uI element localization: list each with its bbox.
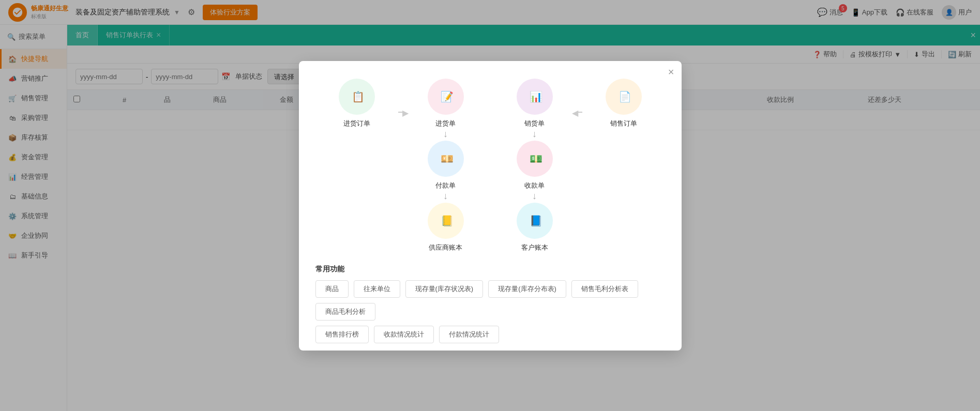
modal-overlay[interactable]: × 📋 进货订单 ▶ xyxy=(0,0,980,411)
flow-col-sales-order: 📄 销售订单 xyxy=(582,79,665,128)
arrow-left-1: ◀ xyxy=(576,94,582,113)
svg-text:📊: 📊 xyxy=(530,90,542,103)
customer-ledger-icon: 📘 xyxy=(517,203,553,239)
payment-label: 付款单 xyxy=(435,181,456,190)
sales-order-label: 销售订单 xyxy=(610,119,637,128)
cf-buttons-2: 销售排行榜 收款情况统计 付款情况统计 xyxy=(315,326,665,343)
svg-text:📒: 📒 xyxy=(441,215,454,227)
arrow-right-1: ▶ xyxy=(398,94,404,113)
sales-order-icon: 📄 xyxy=(606,79,642,115)
flow-col-purchase-bill: 📝 进货单 xyxy=(404,79,487,128)
supplier-ledger-icon: 📒 xyxy=(428,203,464,239)
purchase-bill-label: 进货单 xyxy=(435,119,456,128)
flow-col-purchase-order: 📋 进货订单 xyxy=(315,79,398,128)
cf-btn-payment-stats[interactable]: 付款情况统计 xyxy=(439,326,499,343)
cf-btn-goods-profit[interactable]: 商品毛利分析 xyxy=(315,303,375,321)
common-functions-title: 常用功能 xyxy=(315,265,665,274)
arrows-down-row2: ↓ ↓ xyxy=(315,190,665,201)
svg-text:📘: 📘 xyxy=(530,215,542,227)
arrow-down-purchase-bill: ↓ xyxy=(443,129,448,139)
cf-btn-stock-status[interactable]: 现存量(库存状况表) xyxy=(405,280,484,298)
cf-btn-partners[interactable]: 往来单位 xyxy=(354,280,400,298)
flow-col-sales-bill: 📊 销货单 xyxy=(493,79,576,128)
svg-text:💴: 💴 xyxy=(441,153,454,165)
flow-modal: × 📋 进货订单 ▶ xyxy=(299,61,682,351)
cf-btn-goods[interactable]: 商品 xyxy=(315,280,349,298)
common-functions: 常用功能 商品 往来单位 现存量(库存状况表) 现存量(库存分布表) 销售毛利分… xyxy=(315,265,665,343)
purchase-order-label: 进货订单 xyxy=(343,119,370,128)
purchase-bill-icon: 📝 xyxy=(428,79,464,115)
cf-btn-sales-rank[interactable]: 销售排行榜 xyxy=(315,326,369,343)
modal-inner: 📋 进货订单 ▶ 📝 进货 xyxy=(299,61,682,351)
arrow-down-receipt: ↓ xyxy=(532,191,537,201)
flow-col-receipt: 💵 收款单 xyxy=(493,141,576,190)
modal-close-btn[interactable]: × xyxy=(668,66,674,78)
sales-bill-label: 销货单 xyxy=(524,119,545,128)
cf-buttons: 商品 往来单位 现存量(库存状况表) 现存量(库存分布表) 销售毛利分析表 商品… xyxy=(315,280,665,321)
cf-btn-sales-profit[interactable]: 销售毛利分析表 xyxy=(571,280,638,298)
flow-col-payment: 💴 付款单 xyxy=(404,141,487,190)
sales-bill-icon: 📊 xyxy=(517,79,553,115)
payment-icon: 💴 xyxy=(428,141,464,177)
svg-text:📄: 📄 xyxy=(619,90,631,103)
flow-diagram: 📋 进货订单 ▶ 📝 进货 xyxy=(315,73,665,252)
flow-col-supplier-ledger: 📒 供应商账本 xyxy=(404,203,487,252)
arrow-down-payment: ↓ xyxy=(443,191,448,201)
arrows-down-row: ↓ ↓ xyxy=(315,128,665,139)
cf-btn-receipt-stats[interactable]: 收款情况统计 xyxy=(374,326,434,343)
receipt-icon: 💵 xyxy=(517,141,553,177)
svg-text:💵: 💵 xyxy=(530,153,542,165)
second-row: 💴 付款单 💵 收款单 xyxy=(315,141,665,190)
svg-text:📝: 📝 xyxy=(441,90,454,103)
svg-text:📋: 📋 xyxy=(352,90,365,103)
receipt-label: 收款单 xyxy=(524,181,545,190)
cf-btn-stock-dist[interactable]: 现存量(库存分布表) xyxy=(488,280,566,298)
supplier-ledger-label: 供应商账本 xyxy=(429,243,462,252)
arrow-down-sales-bill: ↓ xyxy=(532,129,537,139)
customer-ledger-label: 客户账本 xyxy=(521,243,548,252)
purchase-order-icon: 📋 xyxy=(339,79,375,115)
third-row: 📒 供应商账本 📘 客户账本 xyxy=(315,203,665,252)
flow-col-customer-ledger: 📘 客户账本 xyxy=(493,203,576,252)
